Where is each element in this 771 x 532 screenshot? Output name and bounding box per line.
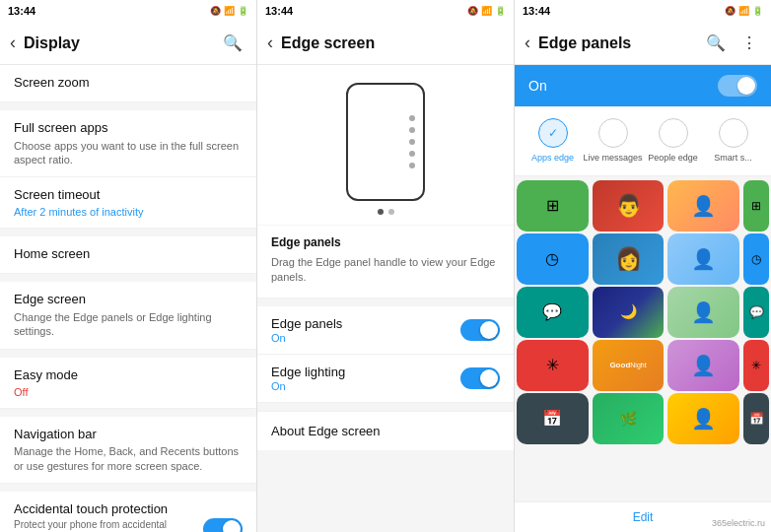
people-edge-tab[interactable]: People edge: [643, 118, 703, 164]
photo-5[interactable]: 🌿: [593, 393, 665, 444]
easy-mode-item[interactable]: Easy mode Off: [0, 358, 256, 409]
live-messages-tab[interactable]: Live messages: [583, 118, 643, 164]
edit-label: Edit: [633, 510, 654, 524]
apps-edge-tab[interactable]: ✓ Apps edge: [523, 118, 583, 164]
home-screen-item[interactable]: Home screen: [0, 236, 256, 274]
app-icon-calendar[interactable]: 📅: [517, 393, 589, 444]
screen-timeout-value: After 2 minutes of inactivity: [14, 206, 243, 218]
time-2: 13:44: [265, 5, 293, 17]
people-edge-label: People edge: [648, 153, 698, 164]
indicator-dot-2: [388, 209, 394, 215]
on-toggle-bar[interactable]: On: [515, 65, 771, 106]
app-icon-clock[interactable]: ◷: [517, 233, 589, 285]
screen-zoom-item[interactable]: Screen zoom: [0, 65, 256, 102]
screen-timeout-item[interactable]: Screen timeout After 2 minutes of inacti…: [0, 177, 256, 229]
easy-mode-label: Easy mode: [14, 367, 243, 384]
search-button-1[interactable]: 🔍: [219, 30, 246, 56]
search-button-3[interactable]: 🔍: [702, 30, 730, 56]
edge-panels-topbar: ‹ Edge panels 🔍 ⋮: [515, 22, 771, 65]
about-edge-screen-item[interactable]: About Edge screen: [257, 411, 514, 450]
app-icon-asterisk[interactable]: ✳: [517, 340, 589, 391]
edge-panels-title: Edge panels: [538, 34, 694, 52]
navigation-bar-desc: Manage the Home, Back, and Recents butto…: [14, 444, 243, 473]
apps-col-4: ⊞ ◷ 💬 ✳ 📅: [741, 176, 771, 501]
apps-columns: ⊞ ◷ 💬 ✳ 📅 👨 👩 🌙 Good Night 🌿: [515, 176, 771, 501]
app-icon-plus-2[interactable]: ⊞: [743, 180, 769, 232]
edge-panels-panel: 13:44 🔕 📶 🔋 ‹ Edge panels 🔍 ⋮ On ✓ Apps …: [515, 0, 771, 532]
status-bar-1: 13:44 🔕 📶 🔋: [0, 0, 256, 22]
app-icon-plus[interactable]: ⊞: [517, 180, 589, 232]
edge-lighting-toggle-row[interactable]: Edge lighting On: [257, 355, 514, 403]
avatar-5[interactable]: 👤: [667, 393, 739, 444]
edge-dot-1: [409, 115, 415, 121]
about-edge-screen-label: About Edge screen: [271, 424, 381, 438]
navigation-bar-item[interactable]: Navigation bar Manage the Home, Back, an…: [0, 417, 256, 484]
apps-col-3: 👤 👤 👤 👤 👤: [666, 176, 741, 501]
edge-dot-5: [409, 163, 415, 168]
accidental-touch-item[interactable]: Accidental touch protection Protect your…: [0, 492, 256, 532]
full-screen-apps-label: Full screen apps: [14, 120, 243, 137]
back-button-2[interactable]: ‹: [267, 33, 273, 53]
navigation-bar-label: Navigation bar: [14, 427, 243, 443]
app-icon-chat-2[interactable]: 💬: [743, 287, 769, 338]
page-indicator: [378, 209, 394, 215]
status-bar-3: 13:44 🔕 📶 🔋: [515, 0, 771, 22]
edit-button[interactable]: Edit: [515, 501, 771, 532]
avatar-3[interactable]: 👤: [667, 287, 739, 338]
photo-1[interactable]: 👨: [593, 180, 665, 232]
app-icon-asterisk-2[interactable]: ✳: [743, 340, 769, 391]
avatar-2[interactable]: 👤: [667, 233, 739, 285]
home-screen-label: Home screen: [14, 246, 243, 263]
edge-screen-title: Edge screen: [281, 34, 504, 52]
phone-edge-dots: [409, 115, 423, 168]
avatar-1[interactable]: 👤: [667, 180, 739, 232]
indicator-dot-1: [378, 209, 384, 215]
app-icon-chat[interactable]: 💬: [517, 287, 589, 338]
photo-2[interactable]: 👩: [593, 233, 665, 285]
status-icons-3: 🔕 📶 🔋: [725, 6, 763, 16]
photo-4[interactable]: Good Night: [593, 340, 665, 391]
signal-icon: 📶: [224, 6, 235, 16]
edge-panels-section-label: Edge panels: [257, 226, 514, 255]
photo-3[interactable]: 🌙: [593, 287, 665, 338]
display-panel: 13:44 🔕 📶 🔋 ‹ Display 🔍 Screen zoom Full…: [0, 0, 257, 532]
on-toggle[interactable]: [718, 75, 757, 97]
screen-timeout-label: Screen timeout: [14, 187, 243, 204]
more-button-3[interactable]: ⋮: [737, 30, 761, 56]
edge-panels-toggle[interactable]: [460, 319, 500, 341]
edge-panels-toggle-row[interactable]: Edge panels On: [257, 306, 514, 355]
edge-dot-3: [409, 139, 415, 145]
battery-icon: 🔋: [238, 6, 248, 16]
edge-panels-toggle-label: Edge panels: [271, 316, 342, 331]
edge-panels-section-desc: Drag the Edge panel handle to view your …: [257, 255, 514, 299]
accidental-touch-desc: Protect your phone from accidental touch…: [14, 518, 191, 532]
edge-screen-item[interactable]: Edge screen Change the Edge panels or Ed…: [0, 282, 256, 349]
edge-screen-desc: Change the Edge panels or Edge lighting …: [14, 310, 243, 339]
battery-icon-2: 🔋: [495, 6, 506, 16]
edge-dot-2: [409, 127, 415, 133]
mute-icon: 🔕: [210, 6, 221, 16]
on-label: On: [528, 78, 547, 94]
accidental-touch-label: Accidental touch protection: [14, 501, 191, 516]
edge-screen-topbar: ‹ Edge screen: [257, 22, 514, 65]
edge-lighting-toggle-label: Edge lighting: [271, 365, 345, 379]
accidental-touch-toggle[interactable]: [203, 518, 243, 532]
live-messages-label: Live messages: [583, 153, 642, 164]
smart-s-tab[interactable]: Smart s...: [703, 118, 763, 164]
apps-edge-label: Apps edge: [531, 153, 574, 164]
mute-icon-3: 🔕: [725, 6, 736, 16]
mute-icon-2: 🔕: [467, 6, 478, 16]
avatar-4[interactable]: 👤: [667, 340, 739, 391]
status-icons-1: 🔕 📶 🔋: [210, 6, 248, 16]
back-button-3[interactable]: ‹: [525, 33, 530, 53]
app-icon-clock-2[interactable]: ◷: [743, 233, 769, 285]
phone-mockup: [346, 83, 425, 201]
app-icon-calendar-2[interactable]: 📅: [743, 393, 769, 444]
edge-lighting-toggle[interactable]: [460, 367, 500, 389]
screen-zoom-label: Screen zoom: [14, 75, 243, 92]
full-screen-apps-item[interactable]: Full screen apps Choose apps you want to…: [0, 110, 256, 177]
apps-edge-circle: ✓: [538, 118, 568, 148]
apps-edge-check: ✓: [548, 126, 558, 140]
back-button-1[interactable]: ‹: [10, 33, 16, 53]
time-3: 13:44: [523, 5, 550, 17]
